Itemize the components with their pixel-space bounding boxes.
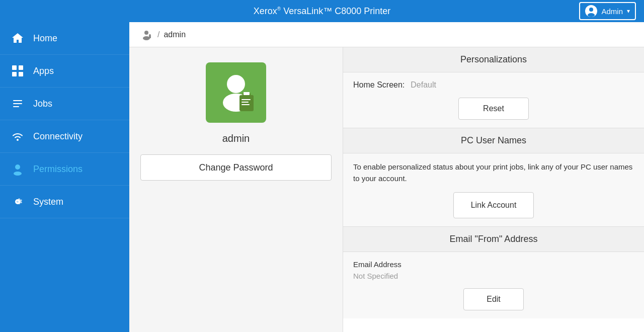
connectivity-icon	[10, 129, 25, 144]
svg-point-2	[588, 13, 595, 17]
sidebar-label-connectivity: Connectivity	[33, 131, 83, 142]
home-screen-value: Default	[411, 80, 436, 90]
permissions-icon	[10, 161, 25, 177]
layout: Home Apps Jobs	[0, 22, 644, 332]
username: admin	[222, 133, 250, 144]
svg-point-12	[14, 172, 22, 176]
sidebar-label-apps: Apps	[33, 66, 54, 76]
breadcrumb: / admin	[129, 22, 644, 47]
chevron-down-icon: ▾	[627, 8, 630, 15]
pc-user-body: To enable personalized status about your…	[343, 153, 644, 227]
home-screen-row: Home Screen: Default	[353, 80, 634, 90]
sidebar-item-connectivity[interactable]: Connectivity	[0, 120, 129, 153]
sidebar-item-home[interactable]: Home	[0, 22, 129, 55]
breadcrumb-separator: /	[157, 30, 159, 39]
apps-icon	[10, 63, 25, 78]
svg-point-1	[589, 8, 593, 12]
system-icon	[10, 194, 25, 209]
sidebar: Home Apps Jobs	[0, 22, 129, 332]
svg-point-11	[15, 164, 20, 170]
email-address-label: Email Address	[353, 260, 634, 269]
jobs-icon	[10, 96, 25, 111]
header: Xerox® VersaLink™ C8000 Printer Admin ▾	[0, 0, 644, 22]
avatar	[206, 62, 266, 123]
svg-rect-7	[13, 100, 22, 101]
email-body: Email Address Not Specified Edit	[343, 252, 644, 318]
admin-label: Admin	[601, 7, 623, 16]
content-wrapper: admin Change Password Personalizations H…	[129, 47, 644, 332]
breadcrumb-page: admin	[164, 30, 186, 39]
svg-point-16	[149, 34, 151, 36]
sidebar-item-permissions[interactable]: Permissions	[0, 153, 129, 186]
svg-point-17	[227, 75, 245, 93]
link-account-button[interactable]: Link Account	[453, 192, 534, 218]
svg-rect-21	[244, 92, 250, 95]
change-password-button[interactable]: Change Password	[140, 154, 332, 181]
email-from-header: Email "From" Address	[343, 227, 644, 252]
svg-rect-6	[19, 72, 23, 76]
svg-rect-24	[242, 104, 250, 105]
home-screen-label: Home Screen:	[353, 80, 405, 90]
svg-rect-5	[12, 72, 17, 76]
edit-button[interactable]: Edit	[463, 288, 524, 310]
personalizations-header: Personalizations	[343, 47, 644, 72]
sidebar-label-jobs: Jobs	[33, 99, 52, 109]
sidebar-label-system: System	[33, 197, 63, 207]
svg-rect-3	[12, 65, 17, 70]
avatar-svg	[213, 70, 259, 115]
svg-rect-19	[239, 95, 254, 111]
reset-button[interactable]: Reset	[458, 98, 529, 120]
svg-rect-4	[19, 65, 23, 70]
svg-rect-9	[13, 106, 19, 107]
header-title: Xerox® VersaLink™ C8000 Printer	[254, 6, 391, 17]
sidebar-item-jobs[interactable]: Jobs	[0, 88, 129, 120]
sidebar-item-apps[interactable]: Apps	[0, 55, 129, 88]
admin-avatar-icon	[585, 5, 597, 17]
sidebar-label-home: Home	[33, 33, 57, 44]
svg-point-10	[17, 139, 19, 141]
breadcrumb-user-icon	[139, 28, 153, 42]
pc-user-names-header: PC User Names	[343, 128, 644, 153]
admin-button[interactable]: Admin ▾	[579, 2, 636, 20]
personalizations-body: Home Screen: Default Reset	[343, 72, 644, 128]
svg-point-14	[143, 36, 150, 40]
sidebar-item-system[interactable]: System	[0, 186, 129, 218]
right-panel: Personalizations Home Screen: Default Re…	[343, 47, 644, 332]
svg-rect-22	[242, 99, 251, 100]
pc-user-description: To enable personalized status about your…	[353, 161, 634, 184]
svg-rect-23	[242, 102, 249, 103]
left-panel: admin Change Password	[129, 47, 343, 332]
sidebar-label-permissions: Permissions	[33, 164, 83, 175]
email-address-value: Not Specified	[353, 272, 634, 280]
main-content: / admin	[129, 22, 644, 332]
svg-point-13	[144, 31, 148, 35]
svg-rect-8	[13, 103, 22, 104]
home-icon	[10, 31, 25, 46]
